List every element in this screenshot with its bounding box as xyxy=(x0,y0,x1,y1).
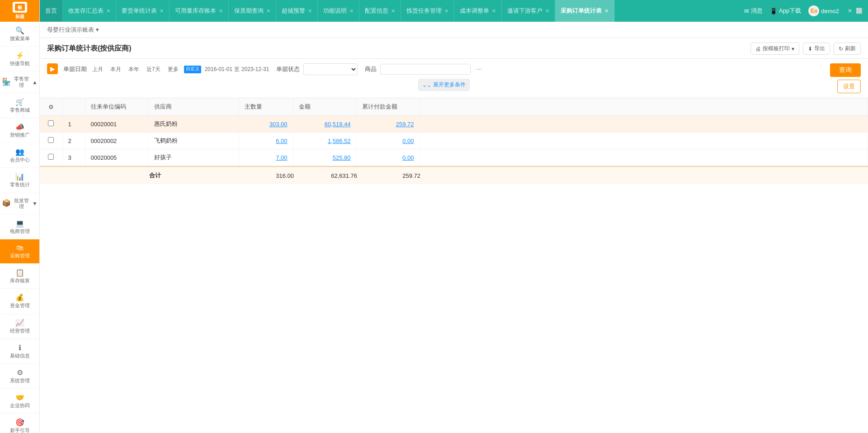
tab-overstock[interactable]: 超储预警 ✕ xyxy=(276,0,318,22)
date-label: 单据日期 xyxy=(63,65,87,73)
app-download-icon: 📱 xyxy=(770,8,777,14)
status-select[interactable] xyxy=(303,63,358,75)
sidebar-item-system[interactable]: ⚙ 系统管理 xyxy=(0,364,39,389)
custom-badge: 自定义 xyxy=(184,66,201,73)
app-download-btn[interactable]: 📱 App下载 xyxy=(770,7,801,15)
message-btn[interactable]: ✉ 消息 xyxy=(744,7,763,15)
table-row[interactable]: 3 00020005 好孩子 7.00 525.80 0.00 xyxy=(40,149,868,166)
row-amount[interactable]: 525.80 xyxy=(293,149,356,166)
tab-cost-adj[interactable]: 成本调整单 ✕ xyxy=(454,0,502,22)
row-qty[interactable]: 6.00 xyxy=(239,133,293,149)
tab-pick-task-label: 拣货任务管理 xyxy=(406,7,442,15)
tab-home[interactable]: 首页 xyxy=(40,0,63,22)
sidebar-item-wholesale[interactable]: 📦 批发管理 ▼ xyxy=(0,193,39,214)
row-amount[interactable]: 60,519.44 xyxy=(293,116,356,133)
refresh-icon: ↻ xyxy=(839,46,843,52)
tab-invite-down[interactable]: 邀请下游客户 ✕ xyxy=(502,0,555,22)
row-paid[interactable]: 0.00 xyxy=(356,149,420,166)
shortcut-last-month[interactable]: 上月 xyxy=(90,66,105,73)
row-check[interactable] xyxy=(40,149,62,166)
sidebar-item-finance[interactable]: 💰 资金管理 xyxy=(0,289,39,314)
row-qty[interactable]: 7.00 xyxy=(239,149,293,166)
row-extra xyxy=(420,133,868,149)
tab-config-close[interactable]: ✕ xyxy=(391,8,395,14)
tab-purchase-stat-close[interactable]: ✕ xyxy=(604,8,609,14)
user-avatar[interactable]: Ea demo2 xyxy=(808,5,839,16)
row-paid[interactable]: 259.72 xyxy=(356,116,420,133)
tab-overstock-close[interactable]: ✕ xyxy=(308,8,312,14)
filter-controls: 单据日期 上月 本月 本年 近7天 更多 自定义 2016-01-01 至 xyxy=(63,63,825,91)
col-check-header[interactable]: ⚙ xyxy=(40,98,62,116)
sidebar-item-quicknav[interactable]: ⚡ 快捷导航 xyxy=(0,47,39,71)
settings-col-icon[interactable]: ⚙ xyxy=(48,104,54,110)
tab-pick-task[interactable]: 拣货任务管理 ✕ xyxy=(401,0,454,22)
date-to[interactable]: 2023-12-31 xyxy=(241,66,269,72)
tab-usable-inv[interactable]: 可用量库存账本 ✕ xyxy=(170,0,229,22)
tab-shelf-life-close[interactable]: ✕ xyxy=(266,8,270,14)
window-maximize-btn[interactable]: ⬜ xyxy=(855,7,863,14)
tab-receipts-close[interactable]: ✕ xyxy=(106,8,110,14)
tab-func-desc[interactable]: 功能说明 ✕ xyxy=(318,0,359,22)
table-row[interactable]: 2 00020002 飞鹤奶粉 6.00 1,586.52 0.00 xyxy=(40,133,868,149)
sidebar-item-newguide[interactable]: 🎯 新手引导 xyxy=(0,414,39,433)
refresh-button[interactable]: ↻ 刷新 xyxy=(834,43,861,55)
window-close-btn[interactable]: ✕ xyxy=(846,7,854,14)
filter-row-1: 单据日期 上月 本月 本年 近7天 更多 自定义 2016-01-01 至 xyxy=(63,63,825,75)
sidebar-item-members[interactable]: 👥 会员中心 xyxy=(0,143,39,168)
date-from[interactable]: 2016-01-01 xyxy=(205,66,232,72)
tab-requisition-close[interactable]: ✕ xyxy=(160,8,164,14)
setting-button[interactable]: 设置 xyxy=(837,80,861,93)
export-button[interactable]: ⬇ 导出 xyxy=(803,43,830,55)
sidebar-item-basic[interactable]: ℹ 基础信息 xyxy=(0,339,39,364)
row-paid[interactable]: 0.00 xyxy=(356,133,420,149)
row-check[interactable] xyxy=(40,116,62,133)
svg-text:畅: 畅 xyxy=(18,5,22,10)
row-amount[interactable]: 1,586.52 xyxy=(293,133,356,149)
tab-invite-down-close[interactable]: ✕ xyxy=(545,8,549,14)
sidebar-item-inventory[interactable]: 📋 库存核算 xyxy=(0,264,39,289)
newguide-icon: 🎯 xyxy=(15,418,24,427)
search-button[interactable]: 查询 xyxy=(830,63,861,77)
shortcut-7days[interactable]: 近7天 xyxy=(145,66,162,73)
sidebar-item-shop[interactable]: 🛒 零售商城 xyxy=(0,93,39,118)
table-row[interactable]: 1 00020001 惠氏奶粉 303.00 60,519.44 259.72 xyxy=(40,116,868,133)
sidebar-item-enterprise[interactable]: 🤝 企业协同 xyxy=(0,389,39,414)
sidebar-item-ecommerce[interactable]: 💻 电商管理 xyxy=(0,214,39,239)
shortcut-more[interactable]: 更多 xyxy=(166,66,180,73)
sidebar-item-purchase[interactable]: 🛍 采购管理 xyxy=(0,239,39,264)
print-button[interactable]: 🖨 按模板打印 ▾ xyxy=(750,43,799,55)
tab-receipts-label: 收发存汇总表 xyxy=(68,7,104,15)
footer-amount: 62,631.76 xyxy=(294,172,357,179)
table-area[interactable]: ⚙ 往来单位编码 供应商 主数量 金额 累计付款金额 1 00020001 惠氏… xyxy=(40,98,868,433)
sidebar-item-marketing[interactable]: 📣 营销推广 xyxy=(0,118,39,143)
tab-config[interactable]: 配置信息 ✕ xyxy=(359,0,401,22)
finance-icon: 💰 xyxy=(15,293,24,302)
tab-purchase-stat-label: 采购订单统计表 xyxy=(561,7,602,15)
goods-more-icon[interactable]: ··· xyxy=(476,65,482,73)
tab-func-desc-close[interactable]: ✕ xyxy=(349,8,354,14)
filter-section: ▶ 单据日期 上月 本月 本年 近7天 更多 自定义 xyxy=(47,63,861,93)
sidebar-item-members-label: 会员中心 xyxy=(10,157,30,163)
filter-toggle-button[interactable]: ▶ xyxy=(47,63,58,74)
sidebar-item-retail[interactable]: 🏪 零售管理 ▲ xyxy=(0,71,39,93)
tab-purchase-stat[interactable]: 采购订单统计表 ✕ xyxy=(555,0,614,22)
tab-requisition[interactable]: 要货单统计表 ✕ xyxy=(116,0,170,22)
sidebar-item-search[interactable]: 🔍 搜索菜单 xyxy=(0,22,39,47)
retail-stats-icon: 📊 xyxy=(15,172,24,181)
tab-shelf-life[interactable]: 保质期查询 ✕ xyxy=(229,0,276,22)
org-selector[interactable]: 母婴行业演示账表 ▾ xyxy=(47,26,99,34)
shortcut-this-year[interactable]: 本年 xyxy=(127,66,141,73)
goods-input[interactable] xyxy=(380,64,471,75)
tab-pick-task-close[interactable]: ✕ xyxy=(444,8,448,14)
sidebar-item-operations[interactable]: 📈 经营管理 xyxy=(0,314,39,339)
tab-usable-inv-close[interactable]: ✕ xyxy=(219,8,223,14)
sidebar-item-retail-stats[interactable]: 📊 零售统计 xyxy=(0,168,39,193)
tab-receipts[interactable]: 收发存汇总表 ✕ xyxy=(63,0,116,22)
shortcut-this-month[interactable]: 本月 xyxy=(108,66,123,73)
row-extra xyxy=(420,149,868,166)
tab-cost-adj-close[interactable]: ✕ xyxy=(492,8,496,14)
expand-filter-button[interactable]: ⌄⌄ 展开更多条件 xyxy=(418,79,470,91)
ecommerce-icon: 💻 xyxy=(15,219,24,228)
row-qty[interactable]: 303.00 xyxy=(239,116,293,133)
row-check[interactable] xyxy=(40,133,62,149)
